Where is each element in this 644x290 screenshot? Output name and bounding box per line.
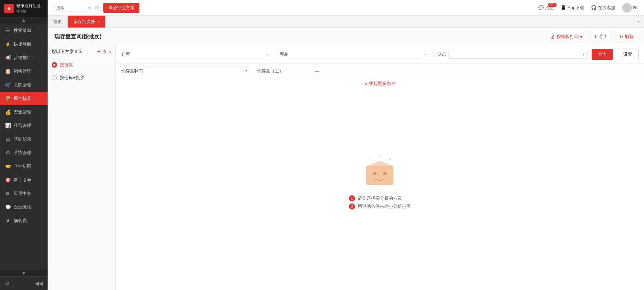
query-button[interactable]: 查询 bbox=[592, 49, 613, 60]
svg-point-5 bbox=[379, 155, 381, 156]
topbar-gear-icon[interactable]: ⚙ bbox=[95, 4, 99, 11]
appcenter-icon: 🖥 bbox=[5, 191, 11, 197]
sidebar-item-label: 企业微信 bbox=[14, 204, 31, 210]
hint-num-1: 1 bbox=[349, 195, 355, 201]
print-button[interactable]: 🖨 按模板打印 ▾ bbox=[547, 32, 586, 41]
print-label: 按模板打印 bbox=[557, 34, 579, 40]
sidebar-scroll-down[interactable]: ▼ bbox=[0, 270, 48, 276]
sidebar: 6 畅康通好生意 标准版 ▲ ☰ 搜索菜单 ⚡ 快捷导航 📢 营销推广 📋 销售… bbox=[0, 0, 48, 290]
hint-text-2: 用过滤条件来缩小分析范围 bbox=[358, 203, 411, 210]
refresh-label: 刷新 bbox=[625, 34, 633, 40]
sidebar-scroll-up[interactable]: ▲ bbox=[0, 17, 48, 24]
empty-hint-1: 1 请先选择要分析的方案 bbox=[349, 195, 411, 201]
collapse-more-conditions[interactable]: ∧ 收起更多条件 bbox=[116, 78, 644, 89]
collapse-sidebar-icon[interactable]: ◀◀ bbox=[35, 280, 43, 287]
sidebar-item-operations[interactable]: 📊 经营管理 bbox=[0, 119, 48, 132]
empty-illustration bbox=[359, 149, 400, 190]
online-service-button[interactable]: 🎧 在线客服 bbox=[591, 5, 615, 11]
filter-divider-1 bbox=[275, 50, 275, 58]
sidebar-item-finance[interactable]: 💰 资金管理 bbox=[0, 105, 48, 119]
right-panel: 仓库 ··· 商品 ··· 状态 ▾ bbox=[116, 45, 644, 290]
search-input[interactable] bbox=[53, 4, 87, 12]
scheme-item-batch[interactable]: 按批次 bbox=[48, 58, 115, 71]
export-icon: ⬆ bbox=[594, 34, 598, 39]
sidebar-item-label: 畅会员 bbox=[14, 218, 27, 224]
message-badge: 99+ bbox=[548, 3, 557, 7]
left-panel-header: 按以下方案查询 + ⊙ « bbox=[48, 45, 115, 58]
range-separator: — bbox=[315, 69, 319, 74]
left-panel-title: 按以下方案查询 bbox=[52, 49, 83, 55]
app-name: 畅康通好生意 bbox=[16, 3, 41, 9]
add-scheme-button[interactable]: + bbox=[97, 49, 100, 55]
sidebar-header: 6 畅康通好生意 标准版 bbox=[0, 0, 48, 17]
avatar bbox=[622, 3, 632, 13]
sidebar-item-label: 采购管理 bbox=[14, 82, 31, 88]
sidebar-item-inventory[interactable]: 📦 库存核算 bbox=[0, 92, 48, 105]
message-button[interactable]: 💬 消息 99+ bbox=[538, 5, 554, 11]
refresh-button[interactable]: ↻ 刷新 bbox=[616, 32, 637, 41]
tab-inventory[interactable]: 库存批次账 × bbox=[68, 16, 105, 28]
status-select[interactable]: ▾ bbox=[448, 50, 588, 59]
sidebar-item-quicknav[interactable]: ⚡ 快捷导航 bbox=[0, 37, 48, 51]
product-input[interactable] bbox=[290, 50, 421, 58]
dot-inner bbox=[53, 64, 55, 66]
sidebar-item-system[interactable]: ⚙ 系统管理 bbox=[0, 146, 48, 160]
sidebar-item-appcenter[interactable]: 🖥 应用中心 bbox=[0, 187, 48, 200]
empty-hints: 1 请先选择要分析的方案 2 用过滤条件来缩小分析范围 bbox=[349, 195, 411, 210]
sidebar-item-newbie[interactable]: 🎯 新手引导 bbox=[0, 173, 48, 187]
stock-qty-max-input[interactable] bbox=[321, 67, 348, 75]
empty-state: 1 请先选择要分析的方案 2 用过滤条件来缩小分析范围 bbox=[116, 89, 644, 290]
sidebar-item-search[interactable]: ☰ 搜索菜单 bbox=[0, 24, 48, 37]
member-icon: V bbox=[5, 218, 11, 224]
sidebar-item-member[interactable]: V 畅会员 bbox=[0, 214, 48, 228]
page-header: 现存量查询(按批次) 🖨 按模板打印 ▾ ⬆ 导出 ↻ 刷新 bbox=[48, 28, 644, 45]
stock-status-select[interactable]: ▾ bbox=[146, 67, 250, 75]
sidebar-item-marketing[interactable]: 📢 营销推广 bbox=[0, 51, 48, 65]
sidebar-item-wechat[interactable]: 💬 企业微信 bbox=[0, 200, 48, 214]
empty-svg bbox=[359, 149, 400, 190]
warehouse-input[interactable] bbox=[132, 50, 262, 58]
operations-icon: 📊 bbox=[5, 123, 11, 129]
warehouse-label: 仓库 bbox=[121, 51, 130, 57]
stock-qty-range: — bbox=[286, 67, 386, 75]
page-title: 现存量查询(按批次) bbox=[54, 33, 102, 40]
app-download-icon: 📱 bbox=[561, 5, 566, 10]
scheme-item-warehouse-batch[interactable]: 按仓库+批次 bbox=[48, 71, 115, 84]
close-all-tabs-button[interactable]: × bbox=[633, 16, 644, 28]
trial-button[interactable]: 体验行业方案 bbox=[103, 3, 139, 13]
svg-point-1 bbox=[373, 172, 376, 175]
system-icon: ⚙ bbox=[5, 150, 11, 156]
product-more-icon[interactable]: ··· bbox=[423, 51, 429, 58]
sidebar-item-purchase[interactable]: 🛒 采购管理 bbox=[0, 78, 48, 92]
tab-home-label: 首页 bbox=[53, 19, 62, 25]
sidebar-item-label: 经营管理 bbox=[14, 123, 31, 129]
warehouse-more-icon[interactable]: ··· bbox=[264, 51, 271, 58]
scheme-warehouse-batch-label: 按仓库+批次 bbox=[60, 75, 85, 81]
sidebar-item-collab[interactable]: 🤝 企业协同 bbox=[0, 160, 48, 173]
inventory-icon: 📦 bbox=[5, 95, 11, 102]
filter-settings-button[interactable]: 设置 bbox=[617, 49, 639, 60]
page-header-actions: 🖨 按模板打印 ▾ ⬆ 导出 ↻ 刷新 bbox=[547, 32, 637, 41]
status-label: 状态 bbox=[438, 51, 446, 57]
warehouse-batch-dot bbox=[52, 75, 57, 80]
sidebar-item-basic[interactable]: 🗂 基础信息 bbox=[0, 132, 48, 146]
page-content: 现存量查询(按批次) 🖨 按模板打印 ▾ ⬆ 导出 ↻ 刷新 bbox=[48, 28, 644, 290]
sidebar-item-label: 资金管理 bbox=[14, 109, 31, 115]
sidebar-item-label: 系统管理 bbox=[14, 150, 31, 156]
app-download-button[interactable]: 📱 App下载 bbox=[561, 5, 584, 11]
search-chevron-icon[interactable]: ▾ bbox=[88, 5, 90, 10]
tab-home[interactable]: 首页 bbox=[48, 16, 68, 28]
collapse-left-panel-button[interactable]: « bbox=[108, 49, 111, 54]
print-chevron-icon[interactable]: ▾ bbox=[580, 34, 582, 39]
main-area: ▾ ⚙ 体验行业方案 💬 消息 99+ 📱 App下载 🎧 在线客服 Rit bbox=[48, 0, 644, 290]
topbar: ▾ ⚙ 体验行业方案 💬 消息 99+ 📱 App下载 🎧 在线客服 Rit bbox=[48, 0, 644, 16]
sidebar-item-sales[interactable]: 📋 销售管理 bbox=[0, 65, 48, 78]
quick-nav-icon: ⚡ bbox=[5, 41, 11, 47]
stock-qty-min-input[interactable] bbox=[286, 67, 313, 75]
tab-close-icon[interactable]: × bbox=[97, 19, 100, 24]
status-chevron-icon: ▾ bbox=[582, 52, 584, 57]
user-menu[interactable]: Rit bbox=[622, 3, 639, 13]
scheme-settings-button[interactable]: ⊙ bbox=[102, 49, 106, 54]
settings-footer-icon[interactable]: ⚙ bbox=[5, 280, 10, 287]
export-button[interactable]: ⬆ 导出 bbox=[590, 32, 612, 41]
